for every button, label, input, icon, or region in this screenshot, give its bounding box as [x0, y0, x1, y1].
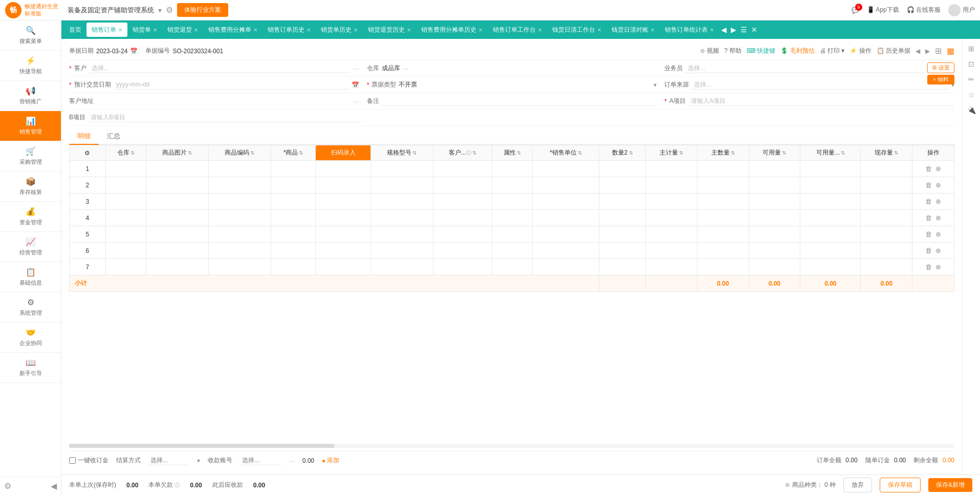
row-7-main-qty[interactable]	[697, 259, 749, 275]
row-5-current[interactable]	[861, 226, 912, 243]
tab-nav-close-all[interactable]: ✕	[749, 26, 759, 34]
row-1-img[interactable]	[146, 161, 209, 177]
row-3-attr[interactable]	[492, 193, 532, 210]
gear-icon[interactable]: ⚙	[84, 149, 90, 157]
discard-button[interactable]: 放弃	[843, 478, 872, 492]
notification-area[interactable]: 💬 9	[852, 7, 859, 14]
row-2-img[interactable]	[146, 177, 209, 193]
row-4-unit[interactable]	[533, 210, 599, 226]
delete-icon-6[interactable]: 🗑	[925, 247, 932, 254]
delivery-calendar-icon[interactable]: 📅	[352, 81, 359, 89]
row-1-current[interactable]	[861, 161, 912, 177]
tab-close-sales-order[interactable]: ✕	[118, 27, 122, 33]
a-project-input[interactable]	[688, 96, 954, 106]
tab-nav-menu[interactable]: ☰	[738, 26, 749, 34]
row-2-code[interactable]	[208, 177, 271, 193]
row-6-available2[interactable]	[800, 243, 861, 259]
address-dots[interactable]: ···	[353, 97, 359, 105]
delete-icon-4[interactable]: 🗑	[925, 214, 932, 222]
row-4-current[interactable]	[861, 210, 912, 226]
copy-icon-3[interactable]: ⊕	[935, 198, 941, 205]
row-1-code[interactable]	[208, 161, 271, 177]
system-dropdown-icon[interactable]: ▾	[158, 6, 162, 14]
row-4-qty2[interactable]	[599, 210, 646, 226]
row-6-spec[interactable]	[371, 243, 433, 259]
sidebar-item-sales[interactable]: 📊 销售管理	[0, 111, 61, 141]
grid-view-icon[interactable]: ⊞	[935, 46, 942, 56]
row-5-warehouse[interactable]	[105, 226, 146, 243]
sidebar-item-system[interactable]: ⚙ 系统管理	[0, 292, 61, 322]
list-view-icon[interactable]: ▦	[947, 46, 954, 56]
row-5-spec[interactable]	[371, 226, 433, 243]
delivery-input[interactable]	[114, 80, 349, 90]
col-scan[interactable]: 扫码录入	[316, 145, 371, 161]
user-avatar[interactable]: 用户	[948, 4, 975, 16]
row-5-main-unit[interactable]	[646, 226, 698, 243]
row-2-warehouse[interactable]	[105, 177, 146, 193]
sidebar-collapse-icon[interactable]: ◀	[51, 481, 57, 491]
settings-button[interactable]: ⚙ 设置	[927, 62, 954, 73]
copy-icon-4[interactable]: ⊕	[935, 214, 941, 222]
right-icon-layout[interactable]: ⊡	[964, 57, 978, 71]
row-7-available[interactable]	[749, 259, 800, 275]
row-4-attr[interactable]	[492, 210, 532, 226]
row-4-warehouse[interactable]	[105, 210, 146, 226]
row-3-main-qty[interactable]	[697, 193, 749, 210]
row-2-qty2[interactable]	[599, 177, 646, 193]
right-icon-plugin[interactable]: 🔌	[964, 103, 978, 117]
right-icon-grid[interactable]: ⊞	[964, 41, 978, 56]
profit-btn[interactable]: 💲 毛利预估	[780, 47, 814, 55]
sidebar-item-marketing[interactable]: 📢 营销推广	[0, 81, 61, 111]
tab-close-sales-invoice[interactable]: ✕	[153, 27, 157, 33]
right-icon-star[interactable]: ☆	[964, 88, 978, 102]
row-1-qty2[interactable]	[599, 161, 646, 177]
tab-sales-invoice[interactable]: 销货单 ✕	[127, 23, 162, 37]
row-6-custcode[interactable]	[433, 243, 492, 259]
tab-sales-order-history[interactable]: 销售订单历史 ✕	[263, 23, 316, 37]
row-5-attr[interactable]	[492, 226, 532, 243]
col-qty2[interactable]: 数量2⇅	[599, 145, 646, 161]
tab-close-cash-reconcile[interactable]: ✕	[650, 27, 655, 33]
row-4-code[interactable]	[208, 210, 271, 226]
row-5-unit[interactable]	[533, 226, 599, 243]
row-2-custcode[interactable]	[433, 177, 492, 193]
col-spec[interactable]: 规格型号⇅	[371, 145, 433, 161]
op-btn[interactable]: ⚡ 操作	[850, 47, 871, 55]
next-page-icon[interactable]: ▶	[925, 48, 930, 55]
col-available[interactable]: 可用量⇅	[749, 145, 800, 161]
delete-icon-5[interactable]: 🗑	[925, 230, 932, 238]
scrollbar-track[interactable]	[69, 444, 954, 448]
tab-close-split-history[interactable]: ✕	[478, 27, 483, 33]
col-main-qty[interactable]: 主数量⇅	[697, 145, 749, 161]
copy-icon-6[interactable]: ⊕	[935, 247, 941, 254]
tab-cash-workbench[interactable]: 钱货日清工作台 ✕	[547, 23, 606, 37]
industry-solution-button[interactable]: 体验行业方案	[177, 3, 228, 17]
sidebar-item-operations[interactable]: 📈 经营管理	[0, 232, 61, 262]
print-btn[interactable]: 🖨 打印 ▾	[820, 47, 845, 55]
tab-close-invoice-history[interactable]: ✕	[354, 27, 358, 33]
settings-icon[interactable]: ⚙	[166, 5, 173, 15]
row-5-img[interactable]	[146, 226, 209, 243]
row-4-spec[interactable]	[371, 210, 433, 226]
row-4-custcode[interactable]	[433, 210, 492, 226]
row-1-product[interactable]	[271, 161, 316, 177]
invoice-dropdown-icon[interactable]: ▾	[654, 81, 657, 89]
row-7-custcode[interactable]	[433, 259, 492, 275]
save-draft-button[interactable]: 保存草稿	[880, 478, 921, 492]
row-6-main-qty[interactable]	[697, 243, 749, 259]
row-1-main-unit[interactable]	[646, 161, 698, 177]
row-4-main-unit[interactable]	[646, 210, 698, 226]
row-2-attr[interactable]	[492, 177, 532, 193]
method-dropdown-icon[interactable]: ▾	[197, 457, 200, 464]
row-6-warehouse[interactable]	[105, 243, 146, 259]
tab-close-sales-workbench[interactable]: ✕	[538, 27, 542, 33]
col-gear[interactable]: ⚙	[70, 145, 106, 161]
row-6-scan[interactable]	[316, 243, 371, 259]
tab-cash-reconcile[interactable]: 钱货日清对账 ✕	[606, 23, 660, 37]
sidebar-item-inventory[interactable]: 📦 库存核算	[0, 171, 61, 202]
row-5-scan[interactable]	[316, 226, 371, 243]
row-5-code[interactable]	[208, 226, 271, 243]
row-5-qty2[interactable]	[599, 226, 646, 243]
prev-page-icon[interactable]: ◀	[916, 48, 920, 55]
row-3-main-unit[interactable]	[646, 193, 698, 210]
